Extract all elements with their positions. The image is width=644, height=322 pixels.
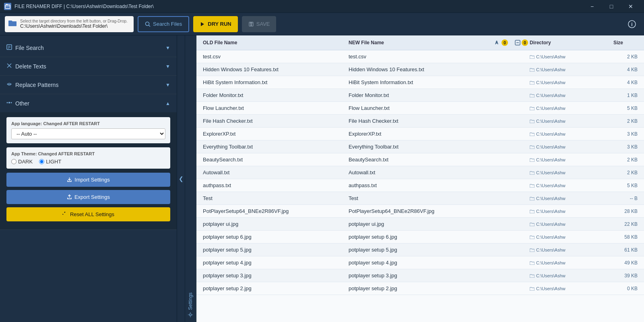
other-header[interactable]: Other ▲ — [0, 94, 177, 112]
dir-icon — [530, 184, 535, 188]
old-file-name: potplayer ui.jpg — [203, 221, 345, 227]
replace-patterns-icon — [6, 81, 12, 88]
badge-2: 0 — [522, 39, 528, 46]
dir-icon — [530, 274, 535, 278]
file-size: 4 KB — [613, 80, 638, 85]
close-button[interactable]: ✕ — [621, 0, 640, 13]
info-button[interactable]: i — [625, 17, 639, 31]
svg-point-18 — [7, 102, 8, 103]
file-size: 3 KB — [613, 131, 638, 137]
window-controls: − □ ✕ — [583, 0, 640, 13]
file-size: 22 KB — [613, 221, 638, 227]
table-row[interactable]: potplayer setup 5.jpg potplayer setup 5.… — [196, 244, 644, 256]
dark-radio-label[interactable]: DARK — [11, 159, 33, 165]
table-row[interactable]: File Hash Checker.txt File Hash Checker.… — [196, 115, 644, 128]
directory-cell: C:\Users\Ashw — [530, 93, 610, 98]
dark-radio[interactable] — [11, 159, 17, 164]
settings-tab[interactable]: Settings — [185, 35, 196, 322]
table-row[interactable]: Everything Toolbar.txt Everything Toolba… — [196, 140, 644, 153]
new-file-name: potplayer setup 4.jpg — [349, 260, 491, 266]
file-list: test.csv test.csv C:\Users\Ashw 2 KB Hid… — [196, 50, 644, 322]
dry-run-button[interactable]: DRY RUN — [193, 16, 238, 32]
replace-icon — [514, 39, 521, 46]
collapse-button[interactable]: ❮ — [177, 35, 185, 322]
light-radio-label[interactable]: LIGHT — [39, 159, 61, 165]
directory-cell: C:\Users\Ashw — [530, 196, 610, 201]
dir-icon — [530, 68, 535, 72]
old-file-name: HiBit System Information.txt — [203, 79, 345, 85]
old-file-name: potplayer setup 5.jpg — [203, 247, 345, 253]
dir-icon — [530, 235, 535, 239]
dir-icon — [530, 145, 535, 149]
delete-texts-header[interactable]: Delete Texts ▼ — [0, 57, 177, 75]
old-file-name: potplayer setup 6.jpg — [203, 234, 345, 240]
save-button[interactable]: SAVE — [242, 16, 277, 32]
replace-patterns-section: Replace Patterns ▼ — [0, 76, 177, 94]
file-size: 0 KB — [613, 286, 638, 291]
dir-icon — [530, 248, 535, 252]
dir-icon — [530, 209, 535, 213]
table-row[interactable]: BeautySearch.txt BeautySearch.txt C:\Use… — [196, 153, 644, 166]
minimize-button[interactable]: − — [583, 0, 601, 13]
old-file-name: authpass.txt — [203, 182, 345, 188]
table-row[interactable]: potplayer setup 6.jpg potplayer setup 6.… — [196, 231, 644, 244]
new-file-name-header: NEW File Name — [349, 40, 491, 45]
size-header: Size — [613, 40, 638, 45]
old-file-name: Test — [203, 195, 345, 201]
file-search-section: File Search ▼ — [0, 39, 177, 57]
new-file-name: PotPlayerSetup64_BNEe2R86VF.jpg — [349, 208, 491, 214]
table-row[interactable]: Autowall.txt Autowall.txt C:\Users\Ashw … — [196, 166, 644, 179]
table-row[interactable]: Hidden Windows 10 Features.txt Hidden Wi… — [196, 63, 644, 76]
old-file-name: potplayer setup 4.jpg — [203, 260, 345, 266]
new-file-name: File Hash Checker.txt — [349, 118, 491, 124]
folder-selector[interactable]: Select the target directory from the lef… — [5, 16, 134, 32]
delete-texts-chevron: ▼ — [165, 64, 170, 69]
file-size: -- B — [613, 196, 638, 201]
table-row[interactable]: PotPlayerSetup64_BNEe2R86VF.jpg PotPlaye… — [196, 205, 644, 218]
file-search-header[interactable]: File Search ▼ — [0, 39, 177, 57]
svg-rect-0 — [5, 5, 10, 8]
table-row[interactable]: Folder Monitor.txt Folder Monitor.txt C:… — [196, 89, 644, 102]
import-settings-label: Import Settings — [74, 177, 109, 183]
table-row[interactable]: potplayer setup 4.jpg potplayer setup 4.… — [196, 256, 644, 269]
app-language-select[interactable]: -- Auto -- — [11, 128, 165, 139]
table-row[interactable]: HiBit System Information.txt HiBit Syste… — [196, 76, 644, 89]
file-search-chevron: ▼ — [165, 45, 170, 51]
directory-cell: C:\Users\Ashw — [530, 170, 610, 175]
light-radio[interactable] — [39, 159, 44, 164]
other-label: Other — [15, 100, 29, 107]
rename-icon — [494, 39, 501, 46]
new-file-name: Hidden Windows 10 Features.txt — [349, 66, 491, 72]
table-row[interactable]: potplayer ui.jpg potplayer ui.jpg C:\Use… — [196, 218, 644, 231]
table-row[interactable]: test.csv test.csv C:\Users\Ashw 2 KB — [196, 50, 644, 63]
table-row[interactable]: Flow Launcher.txt Flow Launcher.txt C:\U… — [196, 102, 644, 115]
old-file-name: PotPlayerSetup64_BNEe2R86VF.jpg — [203, 208, 345, 214]
search-files-button[interactable]: Search Files — [138, 16, 189, 32]
title-text: FILE RENAMER DIFF | C:\Users\Ashwin\Down… — [14, 4, 154, 9]
dir-icon — [530, 119, 535, 123]
table-row[interactable]: potplayer setup 2.jpg potplayer setup 2.… — [196, 282, 644, 295]
table-row[interactable]: potplayer setup 3.jpg potplayer setup 3.… — [196, 269, 644, 282]
directory-cell: C:\Users\Ashw — [530, 248, 610, 252]
import-settings-button[interactable]: Import Settings — [6, 173, 170, 187]
save-label: SAVE — [256, 21, 270, 27]
folder-path: C:\Users\Ashwin\Downloads\Test Folder\ — [20, 23, 128, 29]
dir-icon — [530, 196, 535, 200]
table-row[interactable]: authpass.txt authpass.txt C:\Users\Ashw … — [196, 179, 644, 192]
maximize-button[interactable]: □ — [602, 0, 621, 13]
directory-cell: C:\Users\Ashw — [530, 157, 610, 162]
export-settings-button[interactable]: Export Settings — [6, 190, 170, 204]
reset-all-settings-button[interactable]: Reset ALL Settings — [6, 207, 170, 221]
new-file-name: Everything Toolbar.txt — [349, 144, 491, 150]
replace-patterns-header[interactable]: Replace Patterns ▼ — [0, 76, 177, 94]
old-file-name: ExplorerXP.txt — [203, 131, 345, 137]
file-list-header: OLD File Name NEW File Name 0 0 Director… — [196, 35, 644, 50]
directory-cell: C:\Users\Ashw — [530, 183, 610, 188]
replace-patterns-chevron: ▼ — [165, 82, 170, 88]
table-row[interactable]: Test Test C:\Users\Ashw -- B — [196, 192, 644, 205]
file-size: 1 KB — [613, 93, 638, 98]
file-size: 28 KB — [613, 208, 638, 214]
file-size: 3 KB — [613, 144, 638, 150]
table-row[interactable]: ExplorerXP.txt ExplorerXP.txt C:\Users\A… — [196, 128, 644, 140]
dir-icon — [530, 106, 535, 110]
